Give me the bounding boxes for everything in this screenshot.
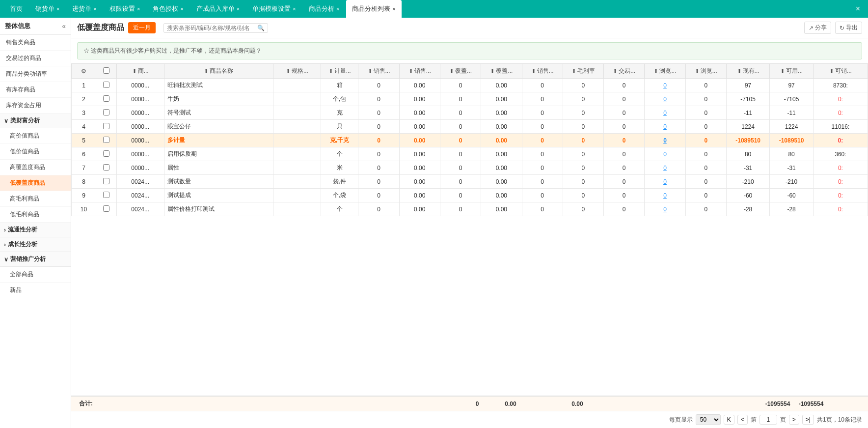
browse-link[interactable]: 0 [663, 151, 667, 158]
page-size-select[interactable]: 50 100 200 [696, 414, 721, 425]
row-checkbox[interactable] [103, 82, 109, 88]
row-checkbox-cell[interactable] [96, 120, 116, 134]
row-checkbox[interactable] [103, 164, 109, 171]
browse-link[interactable]: 0 [663, 110, 667, 116]
col-header-trans[interactable]: ⬆ 交易... [604, 64, 645, 79]
col-header-browse1[interactable]: ⬆ 浏览... [645, 64, 685, 79]
nav-close-purchase[interactable]: × [93, 6, 96, 12]
sidebar-group-marketing[interactable]: ∨ 营销推广分析 [0, 252, 71, 267]
first-page-button[interactable]: K [724, 415, 734, 425]
browse-link[interactable]: 0 [663, 123, 667, 130]
table-wrapper[interactable]: ⚙ ⬆ 商... [71, 63, 868, 396]
settings-icon[interactable]: ⚙ [81, 68, 86, 75]
sidebar-collapse-button[interactable]: « [62, 22, 66, 30]
nav-close-analysis-list[interactable]: × [392, 6, 395, 12]
col-header-code[interactable]: ⬆ 商... [116, 64, 164, 79]
col-header-spec[interactable]: ⬆ 规格... [273, 64, 321, 79]
sidebar-item-traded-products[interactable]: 交易过的商品 [0, 51, 71, 66]
page-number-input[interactable] [760, 415, 777, 425]
col-header-check[interactable] [96, 64, 116, 79]
row-checkbox-cell[interactable] [96, 161, 116, 175]
sidebar-item-in-stock[interactable]: 有库存商品 [0, 82, 71, 98]
col-header-sales3[interactable]: ⬆ 销售... [522, 64, 563, 79]
sidebar-item-high-gross[interactable]: 高毛利商品 [0, 191, 71, 207]
row-checkbox-cell[interactable] [96, 92, 116, 106]
row-checkbox-cell[interactable] [96, 147, 116, 161]
browse-link[interactable]: 0 [663, 192, 667, 199]
window-close-button[interactable]: × [852, 4, 864, 13]
sidebar-item-low-coverage[interactable]: 低覆盖度商品 [0, 175, 71, 191]
browse-link[interactable]: 0 [663, 82, 667, 89]
row-browse1[interactable]: 0 [645, 202, 685, 216]
nav-close-permission[interactable]: × [137, 6, 140, 12]
row-browse1[interactable]: 0 [645, 79, 685, 92]
row-browse1[interactable]: 0 [645, 147, 685, 161]
row-browse1[interactable]: 0 [645, 92, 685, 106]
row-checkbox-cell[interactable] [96, 175, 116, 189]
search-icon[interactable]: 🔍 [257, 25, 265, 31]
row-checkbox-cell[interactable] [96, 79, 116, 92]
row-browse1[interactable]: 0 [645, 106, 685, 120]
row-checkbox[interactable] [103, 150, 109, 157]
browse-link[interactable]: 0 [663, 165, 667, 171]
sidebar-item-sales-products[interactable]: 销售类商品 [0, 35, 71, 51]
col-header-current[interactable]: ⬆ 现有... [726, 64, 769, 79]
row-checkbox[interactable] [103, 123, 109, 129]
sidebar-group-wealth-analysis[interactable]: ∨ 类财富分析 [0, 114, 71, 128]
browse-link[interactable]: 0 [663, 96, 667, 103]
nav-permission-settings[interactable]: 权限设置 × [104, 0, 146, 18]
browse-link[interactable]: 0 [663, 206, 667, 213]
nav-template-settings[interactable]: 单据模板设置 × [246, 0, 301, 18]
col-header-sellable[interactable]: ⬆ 可销... [813, 64, 868, 79]
row-browse1[interactable]: 0 [645, 134, 685, 147]
row-checkbox[interactable] [103, 109, 109, 115]
col-header-sales-qty[interactable]: ⬆ 销售... [358, 64, 399, 79]
nav-close-sales-order[interactable]: × [56, 6, 59, 12]
col-header-sales-amt[interactable]: ⬆ 销售... [399, 64, 440, 79]
row-checkbox[interactable] [103, 192, 109, 198]
sidebar-group-circulation[interactable]: › 流通性分析 [0, 223, 71, 237]
nav-product-analysis[interactable]: 商品分析 × [303, 0, 345, 18]
row-checkbox-cell[interactable] [96, 189, 116, 202]
row-browse1[interactable]: 0 [645, 189, 685, 202]
row-checkbox-cell[interactable] [96, 134, 116, 147]
sidebar-item-high-value[interactable]: 高价值商品 [0, 128, 71, 144]
export-button[interactable]: ↻ 导出 [835, 22, 862, 34]
nav-close-analysis[interactable]: × [336, 6, 339, 12]
last-page-button[interactable]: >| [802, 415, 814, 425]
nav-close-template[interactable]: × [293, 6, 296, 12]
browse-link[interactable]: 0 [663, 137, 667, 144]
nav-role-auth[interactable]: 角色授权 × [147, 0, 189, 18]
row-browse1[interactable]: 0 [645, 120, 685, 134]
nav-product-analysis-list[interactable]: 商品分析列表 × [346, 0, 401, 18]
sidebar-item-category-sales-rate[interactable]: 商品分类动销率 [0, 66, 71, 82]
select-all-checkbox[interactable] [103, 67, 109, 74]
row-checkbox[interactable] [103, 205, 109, 212]
row-checkbox-cell[interactable] [96, 202, 116, 216]
col-header-no[interactable]: ⚙ [72, 64, 96, 79]
sidebar-item-all-products[interactable]: 全部商品 [0, 267, 71, 283]
col-header-cover1[interactable]: ⬆ 覆盖... [440, 64, 481, 79]
next-page-button[interactable]: > [789, 415, 799, 425]
nav-home[interactable]: 首页 [4, 0, 28, 18]
nav-close-inbound[interactable]: × [237, 6, 240, 12]
row-checkbox[interactable] [103, 178, 109, 184]
sidebar-item-low-value[interactable]: 低价值商品 [0, 144, 71, 160]
col-header-browse2[interactable]: ⬆ 浏览... [685, 64, 726, 79]
sidebar-group-growth[interactable]: › 成长性分析 [0, 237, 71, 252]
row-checkbox[interactable] [103, 95, 109, 102]
row-checkbox[interactable] [103, 137, 109, 143]
row-browse1[interactable]: 0 [645, 175, 685, 189]
sidebar-item-low-gross[interactable]: 低毛利商品 [0, 207, 71, 223]
nav-purchase-order[interactable]: 进货单 × [66, 0, 102, 18]
search-input[interactable] [167, 25, 255, 31]
sidebar-item-high-coverage[interactable]: 高覆盖度商品 [0, 160, 71, 175]
share-button[interactable]: ↗ 分享 [804, 22, 831, 34]
nav-close-role[interactable]: × [180, 6, 183, 12]
col-header-name[interactable]: ⬆ 商品名称 [164, 64, 273, 79]
prev-page-button[interactable]: < [737, 415, 748, 425]
col-header-gross-rate[interactable]: ⬆ 毛利率 [563, 64, 603, 79]
row-browse1[interactable]: 0 [645, 161, 685, 175]
row-checkbox-cell[interactable] [96, 106, 116, 120]
col-header-unit[interactable]: ⬆ 计量... [321, 64, 358, 79]
